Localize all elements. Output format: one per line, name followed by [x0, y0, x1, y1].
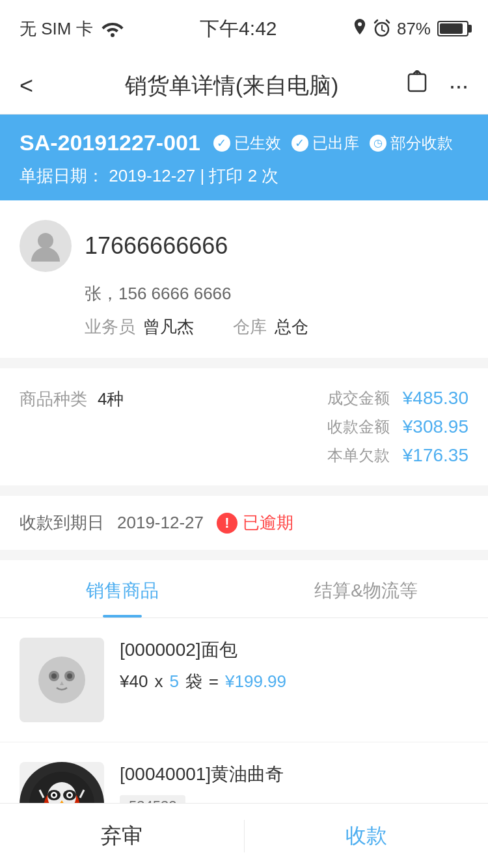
- order-date-info: 单据日期： 2019-12-27 | 打印 2 次: [20, 165, 468, 187]
- warehouse-value: 总仓: [275, 316, 308, 338]
- due-date-section: 收款到期日 2019-12-27 ! 已逾期: [0, 496, 488, 550]
- carrier-text: 无 SIM 卡: [20, 18, 93, 40]
- bottom-bar: 弃审 收款: [0, 803, 488, 868]
- back-button[interactable]: <: [20, 72, 59, 100]
- amounts-summary: 成交金额 ¥485.30 收款金额 ¥308.95 本单欠款 ¥176.35: [327, 388, 468, 466]
- product-thumbnail-1: [20, 638, 104, 722]
- product-total-1: ¥199.99: [225, 671, 286, 692]
- product-qty-1: 5: [169, 671, 178, 692]
- page-title: 销货单详情(来自电脑): [125, 71, 339, 101]
- tab-settlement-logistics[interactable]: 结算&物流等: [244, 560, 488, 617]
- customer-meta-row: 业务员 曾凡杰 仓库 总仓: [85, 316, 468, 338]
- tab-sales-products[interactable]: 销售商品: [0, 560, 244, 617]
- salesperson-value: 曾凡杰: [143, 316, 194, 338]
- status-bar-left: 无 SIM 卡: [20, 18, 124, 40]
- product-info-1: [0000002]面包 ¥40 x 5 袋 = ¥199.99: [120, 638, 468, 693]
- order-id: SA-20191227-001: [20, 130, 200, 156]
- debt-amount-row: 本单欠款 ¥176.35: [327, 445, 468, 466]
- status-shipped: ✓ 已出库: [291, 133, 359, 154]
- warehouse-item: 仓库 总仓: [233, 316, 308, 338]
- check-icon-shipped: ✓: [291, 135, 308, 152]
- overdue-text: 已逾期: [243, 511, 293, 534]
- debt-value: ¥176.35: [403, 445, 468, 466]
- battery-icon: [437, 21, 468, 36]
- received-value: ¥308.95: [403, 416, 468, 437]
- overdue-icon: !: [217, 513, 237, 534]
- battery-percentage: 87%: [397, 19, 431, 39]
- share-button[interactable]: [405, 70, 429, 101]
- wifi-icon: [101, 20, 124, 37]
- warehouse-label: 仓库: [233, 316, 267, 338]
- product-price-row-1: ¥40 x 5 袋 = ¥199.99: [120, 670, 468, 693]
- salesperson-label: 业务员: [85, 316, 135, 338]
- status-bar-right: 87%: [353, 19, 468, 39]
- svg-rect-1: [409, 74, 426, 91]
- reject-button[interactable]: 弃审: [0, 804, 244, 868]
- deal-amount-row: 成交金额 ¥485.30: [327, 388, 468, 409]
- product-price-1: ¥40: [120, 671, 148, 692]
- svg-point-16: [53, 794, 56, 797]
- product-image-placeholder-1: [20, 638, 104, 722]
- product-types-summary: 商品种类 4种: [20, 388, 124, 411]
- more-button[interactable]: ···: [449, 72, 468, 100]
- due-date-label: 收款到期日: [20, 511, 104, 534]
- nav-actions: ···: [405, 70, 468, 101]
- collect-button[interactable]: 收款: [245, 804, 489, 868]
- location-icon: [353, 19, 367, 38]
- status-bar: 无 SIM 卡 下午4:42 87%: [0, 0, 488, 57]
- product-types-label: 商品种类: [20, 388, 87, 411]
- alarm-icon: [373, 19, 390, 38]
- customer-contact-row: 张，156 6666 6666: [85, 282, 468, 305]
- deal-amount-value: ¥485.30: [403, 388, 468, 409]
- received-label: 收款金额: [327, 416, 390, 437]
- order-status-tags: ✓ 已生效 ✓ 已出库 ◷ 部分收款: [213, 133, 453, 154]
- status-partial-payment: ◷ 部分收款: [370, 133, 453, 154]
- status-effective: ✓ 已生效: [213, 133, 281, 154]
- summary-section: 商品种类 4种 成交金额 ¥485.30 收款金额 ¥308.95 本单欠款 ¥…: [0, 368, 488, 485]
- clock-icon-payment: ◷: [370, 135, 386, 152]
- customer-id: 17666666666: [85, 232, 228, 260]
- deal-amount-label: 成交金额: [327, 388, 390, 409]
- product-unit-1: 袋: [185, 670, 202, 693]
- product-name-2: [00040001]黄油曲奇: [120, 762, 468, 787]
- debt-label: 本单欠款: [327, 445, 390, 466]
- received-amount-row: 收款金额 ¥308.95: [327, 416, 468, 437]
- tabs-row: 销售商品 结算&物流等: [0, 560, 488, 618]
- check-icon-effective: ✓: [213, 135, 230, 152]
- due-date-value: 2019-12-27: [117, 513, 204, 533]
- customer-name-row: 17666666666: [20, 220, 468, 272]
- svg-point-3: [38, 657, 85, 703]
- customer-section: 17666666666 张，156 6666 6666 业务员 曾凡杰 仓库 总…: [0, 200, 488, 358]
- salesperson-item: 业务员 曾凡杰: [85, 316, 194, 338]
- svg-point-17: [68, 794, 72, 797]
- order-header-banner: SA-20191227-001 ✓ 已生效 ✓ 已出库 ◷ 部分收款 单据日期：…: [0, 115, 488, 200]
- customer-contact: 张，156 6666 6666: [85, 282, 232, 305]
- product-item: [0000002]面包 ¥40 x 5 袋 = ¥199.99: [0, 618, 488, 742]
- svg-point-6: [51, 673, 57, 679]
- product-name-1: [0000002]面包: [120, 638, 468, 662]
- overdue-badge: ! 已逾期: [217, 511, 293, 534]
- svg-point-2: [38, 233, 53, 249]
- product-types-count: 4种: [98, 388, 124, 411]
- status-bar-time: 下午4:42: [200, 16, 277, 42]
- nav-bar: < 销货单详情(来自电脑) ···: [0, 57, 488, 115]
- svg-point-7: [67, 673, 72, 679]
- avatar: [20, 220, 72, 272]
